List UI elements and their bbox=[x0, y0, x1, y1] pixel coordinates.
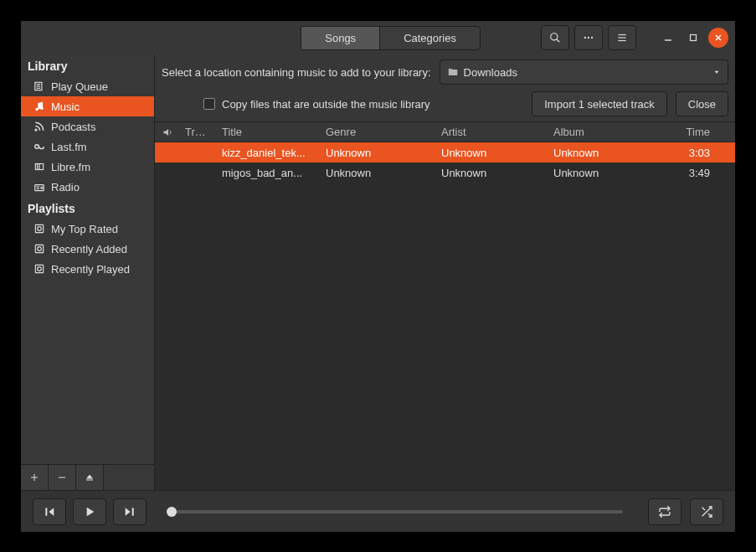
search-icon bbox=[549, 32, 561, 44]
column-title[interactable]: Title bbox=[217, 126, 321, 138]
svg-marker-43 bbox=[126, 508, 131, 515]
svg-marker-39 bbox=[164, 129, 169, 136]
svg-line-1 bbox=[557, 39, 560, 43]
plus-icon bbox=[29, 472, 39, 482]
repeat-icon bbox=[658, 505, 671, 518]
cell-genre: Unknown bbox=[321, 167, 436, 179]
sidebar-item-label: Radio bbox=[51, 181, 80, 193]
hamburger-icon bbox=[616, 32, 628, 44]
eject-icon bbox=[85, 472, 95, 482]
sidebar-item-label: Libre.fm bbox=[51, 161, 90, 173]
sidebar-item-librefm[interactable]: Libre.fm bbox=[21, 157, 154, 177]
app-window: Songs Categories Library bbox=[21, 21, 735, 532]
sidebar-item-recently-played[interactable]: Recently Played bbox=[21, 259, 154, 279]
sidebar-item-music[interactable]: Music bbox=[21, 96, 154, 116]
tab-categories[interactable]: Categories bbox=[379, 27, 480, 49]
sidebar-item-label: Recently Added bbox=[51, 243, 127, 255]
column-track[interactable]: Track bbox=[180, 126, 217, 138]
previous-button[interactable] bbox=[33, 498, 66, 525]
tab-songs[interactable]: Songs bbox=[301, 27, 379, 49]
play-button[interactable] bbox=[73, 498, 106, 525]
cell-artist: Unknown bbox=[436, 147, 548, 159]
import-button[interactable]: Import 1 selected track bbox=[532, 91, 667, 116]
maximize-button[interactable] bbox=[683, 28, 703, 48]
playbar bbox=[21, 490, 735, 532]
sidebar: Library Play Queue Music Podcasts Last.f… bbox=[21, 54, 155, 490]
close-icon bbox=[714, 34, 723, 42]
sidebar-item-play-queue[interactable]: Play Queue bbox=[21, 76, 154, 96]
main-panel: Select a location containing music to ad… bbox=[155, 54, 735, 490]
progress-thumb[interactable] bbox=[167, 507, 177, 517]
close-button[interactable] bbox=[708, 28, 728, 48]
cell-album: Unknown bbox=[548, 147, 669, 159]
remove-playlist-button[interactable] bbox=[49, 465, 76, 490]
add-playlist-button[interactable] bbox=[21, 465, 49, 490]
svg-point-31 bbox=[38, 267, 42, 271]
eject-button[interactable] bbox=[76, 465, 104, 490]
sidebar-item-recently-added[interactable]: Recently Added bbox=[21, 239, 154, 259]
queue-icon bbox=[33, 80, 46, 93]
svg-rect-30 bbox=[35, 245, 43, 252]
track-list: kizz_daniel_tek... Unknown Unknown Unkno… bbox=[155, 142, 735, 490]
sidebar-item-podcasts[interactable]: Podcasts bbox=[21, 116, 154, 137]
svg-point-3 bbox=[588, 37, 589, 39]
copy-files-checkbox[interactable] bbox=[203, 98, 215, 110]
lastfm-icon bbox=[33, 140, 46, 153]
next-button[interactable] bbox=[113, 498, 147, 525]
column-artist[interactable]: Artist bbox=[436, 126, 548, 138]
kebab-icon bbox=[583, 32, 594, 44]
svg-marker-36 bbox=[86, 475, 93, 479]
svg-point-24 bbox=[41, 187, 43, 188]
folder-label: Downloads bbox=[464, 66, 517, 79]
column-playing[interactable] bbox=[155, 127, 180, 137]
speaker-icon bbox=[162, 127, 172, 137]
cell-title: migos_bad_an... bbox=[217, 167, 321, 179]
svg-rect-41 bbox=[45, 508, 47, 515]
minimize-icon bbox=[664, 34, 672, 42]
sidebar-actions bbox=[21, 464, 154, 490]
svg-point-19 bbox=[35, 145, 39, 149]
progress-slider[interactable] bbox=[172, 510, 623, 513]
skip-back-icon bbox=[43, 505, 56, 518]
cell-album: Unknown bbox=[548, 167, 669, 179]
svg-point-17 bbox=[40, 107, 44, 110]
skip-forward-icon bbox=[123, 505, 136, 518]
svg-rect-32 bbox=[35, 265, 43, 272]
column-genre[interactable]: Genre bbox=[321, 126, 436, 138]
cell-genre: Unknown bbox=[321, 147, 436, 159]
close-import-button[interactable]: Close bbox=[676, 91, 728, 116]
column-time[interactable]: Time bbox=[669, 126, 735, 138]
menu-button[interactable] bbox=[608, 25, 636, 50]
radio-icon bbox=[33, 180, 46, 193]
smart-playlist-icon bbox=[33, 262, 46, 276]
play-icon bbox=[83, 505, 96, 518]
cell-time: 3:03 bbox=[669, 147, 735, 159]
search-button[interactable] bbox=[541, 25, 569, 50]
svg-marker-40 bbox=[49, 508, 54, 515]
sidebar-item-radio[interactable]: Radio bbox=[21, 177, 154, 197]
minimize-button[interactable] bbox=[658, 28, 678, 48]
svg-rect-28 bbox=[35, 224, 43, 232]
cell-time: 3:49 bbox=[669, 167, 735, 179]
folder-icon bbox=[447, 66, 459, 78]
svg-point-2 bbox=[584, 37, 586, 39]
repeat-button[interactable] bbox=[648, 498, 681, 525]
sidebar-item-lastfm[interactable]: Last.fm bbox=[21, 137, 154, 157]
shuffle-button[interactable] bbox=[690, 498, 723, 525]
folder-combo[interactable]: Downloads bbox=[440, 59, 728, 85]
column-album[interactable]: Album bbox=[548, 126, 669, 138]
svg-point-0 bbox=[551, 34, 558, 40]
copy-files-label: Copy files that are outside the music li… bbox=[222, 98, 430, 111]
progress-wrap bbox=[155, 510, 640, 513]
svg-point-16 bbox=[35, 108, 39, 111]
svg-line-47 bbox=[702, 507, 705, 509]
more-button[interactable] bbox=[574, 25, 603, 50]
svg-marker-38 bbox=[715, 71, 719, 74]
rss-icon bbox=[33, 120, 46, 133]
cell-artist: Unknown bbox=[436, 167, 548, 179]
sidebar-item-label: Music bbox=[51, 101, 80, 113]
table-row[interactable]: kizz_daniel_tek... Unknown Unknown Unkno… bbox=[155, 142, 735, 163]
sidebar-item-label: Last.fm bbox=[51, 141, 87, 153]
table-row[interactable]: migos_bad_an... Unknown Unknown Unknown … bbox=[155, 163, 735, 183]
sidebar-item-top-rated[interactable]: My Top Rated bbox=[21, 219, 154, 239]
